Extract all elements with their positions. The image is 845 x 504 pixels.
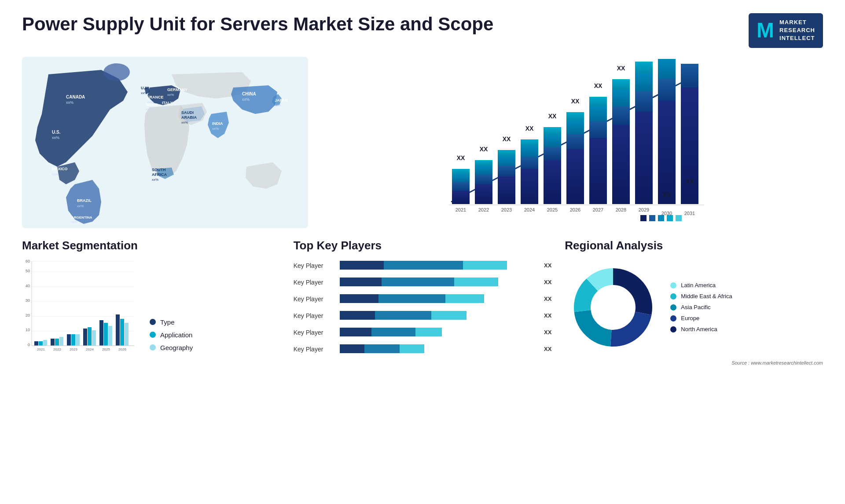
svg-rect-99: [640, 215, 647, 221]
svg-text:2023: 2023: [70, 347, 77, 351]
svg-rect-102: [667, 215, 673, 221]
svg-text:XX: XX: [548, 113, 557, 120]
svg-text:ARGENTINA: ARGENTINA: [71, 215, 92, 219]
svg-rect-55: [544, 160, 561, 204]
svg-rect-81: [658, 79, 676, 101]
svg-text:xx%: xx%: [275, 103, 281, 107]
svg-text:xx%: xx%: [52, 172, 59, 176]
segmentation-section: Market Segmentation 0 10 20 30 40 50 60: [22, 239, 280, 365]
svg-text:XX: XX: [663, 191, 671, 198]
svg-text:0: 0: [28, 343, 30, 347]
legend-geography-label: Geography: [160, 344, 193, 351]
svg-text:FRANCE: FRANCE: [147, 95, 164, 99]
svg-rect-66: [589, 121, 607, 138]
svg-text:XX: XX: [640, 57, 648, 58]
svg-text:60: 60: [26, 259, 30, 263]
svg-rect-161: [400, 344, 424, 353]
svg-rect-43: [475, 160, 492, 166]
svg-text:2028: 2028: [616, 207, 626, 212]
legend-application-dot: [150, 332, 156, 338]
svg-text:XX: XX: [617, 65, 625, 72]
svg-rect-101: [658, 215, 664, 221]
svg-text:xx%: xx%: [77, 204, 84, 208]
svg-rect-45: [498, 176, 515, 204]
svg-rect-126: [67, 334, 71, 346]
regional-content: Latin America Middle East & Africa Asia …: [565, 259, 823, 356]
regional-section: Regional Analysis: [565, 239, 823, 365]
svg-rect-42: [475, 166, 492, 175]
svg-rect-80: [658, 101, 676, 204]
svg-text:10: 10: [26, 328, 30, 332]
svg-rect-148: [382, 278, 454, 286]
page-title: Power Supply Unit for Servers Market Siz…: [22, 13, 493, 35]
svg-rect-75: [635, 112, 653, 204]
svg-rect-56: [544, 147, 561, 160]
svg-rect-37: [452, 175, 470, 182]
legend-middle-east: Middle East & Africa: [670, 293, 732, 299]
donut-chart: [565, 259, 661, 356]
svg-rect-51: [521, 157, 538, 169]
svg-rect-127: [71, 334, 75, 346]
svg-rect-123: [55, 339, 59, 346]
svg-rect-154: [375, 311, 431, 320]
svg-text:GERMANY: GERMANY: [167, 88, 187, 92]
bottom-grid: Market Segmentation 0 10 20 30 40 50 60: [22, 239, 823, 365]
svg-text:2027: 2027: [593, 207, 603, 212]
players-list: Key Player XX Key Player: [294, 259, 552, 356]
player-row: Key Player XX: [294, 326, 552, 339]
legend-geography-dot: [150, 344, 156, 351]
legend-geography: Geography: [150, 344, 193, 351]
svg-rect-78: [635, 62, 653, 73]
key-players-section: Top Key Players Key Player XX: [294, 239, 552, 365]
svg-rect-65: [589, 138, 607, 204]
legend-type: Type: [150, 318, 193, 326]
svg-text:SAUDI: SAUDI: [181, 110, 194, 115]
svg-rect-36: [452, 182, 470, 191]
player-xx: XX: [544, 329, 551, 336]
svg-rect-149: [454, 278, 498, 286]
legend-asia-pacific: Asia Pacific: [670, 304, 732, 310]
svg-text:xx%: xx%: [212, 127, 219, 131]
svg-text:xx%: xx%: [181, 121, 188, 124]
europe-dot: [670, 315, 676, 321]
svg-text:AFRICA: AFRICA: [152, 172, 167, 177]
svg-text:MEXICO: MEXICO: [52, 167, 68, 171]
legend-latin-america: Latin America: [670, 282, 732, 289]
top-row: CANADA xx% U.S. xx% MEXICO xx% BRAZIL xx…: [22, 57, 823, 230]
middle-east-label: Middle East & Africa: [681, 293, 732, 299]
svg-rect-58: [544, 127, 561, 135]
svg-point-1: [103, 63, 130, 81]
svg-rect-155: [431, 311, 467, 320]
logo-text: MARKET RESEARCH INTELLECT: [779, 18, 815, 43]
svg-rect-35: [452, 191, 470, 204]
svg-rect-124: [59, 337, 63, 346]
player-row: Key Player XX: [294, 292, 552, 306]
map-svg: CANADA xx% U.S. xx% MEXICO xx% BRAZIL xx…: [22, 57, 308, 228]
svg-text:xx%: xx%: [66, 100, 73, 105]
svg-rect-67: [589, 106, 607, 121]
svg-text:40: 40: [26, 284, 30, 288]
svg-rect-76: [635, 91, 653, 112]
svg-rect-53: [521, 139, 538, 146]
source-text: Source : www.marketresearchintellect.com: [565, 360, 823, 365]
svg-rect-40: [475, 184, 492, 204]
player-bar: [340, 292, 535, 306]
svg-text:2025: 2025: [547, 207, 558, 212]
svg-rect-61: [566, 134, 584, 149]
svg-rect-41: [475, 175, 492, 184]
player-label: Key Player: [294, 346, 333, 353]
svg-text:XX: XX: [594, 82, 603, 89]
key-players-title: Top Key Players: [294, 239, 552, 252]
svg-rect-159: [340, 344, 364, 353]
svg-point-168: [591, 285, 635, 329]
svg-text:xx%: xx%: [162, 106, 169, 110]
svg-text:BRAZIL: BRAZIL: [77, 198, 92, 203]
player-label: Key Player: [294, 296, 333, 303]
svg-rect-160: [364, 344, 400, 353]
player-bar: [340, 276, 535, 289]
svg-rect-135: [104, 323, 108, 346]
svg-rect-150: [340, 294, 378, 303]
svg-rect-146: [463, 261, 507, 270]
segmentation-title: Market Segmentation: [22, 239, 280, 252]
svg-rect-73: [612, 79, 630, 90]
